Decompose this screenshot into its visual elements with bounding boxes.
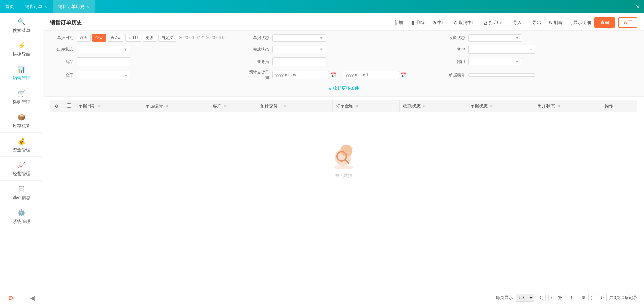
sort-customer-icon[interactable]: ⇅ bbox=[224, 104, 227, 108]
department-select[interactable]: ▼ bbox=[468, 58, 522, 65]
page-size-select[interactable]: 50 100 200 bbox=[516, 294, 534, 302]
complete-select[interactable]: ▼ bbox=[272, 46, 326, 53]
export-button[interactable]: ↑ 导出 bbox=[527, 18, 543, 27]
last-page-button[interactable]: ⟩⟩ bbox=[598, 294, 607, 301]
tab-sales-order-close[interactable]: ✕ bbox=[44, 5, 47, 9]
empty-text: 暂无数据 bbox=[335, 173, 352, 179]
tab-sales-history[interactable]: 销售订单历史 ✕ bbox=[53, 0, 95, 13]
minimize-icon[interactable]: — bbox=[621, 4, 627, 10]
th-checkbox[interactable] bbox=[63, 100, 75, 112]
sort-order-status-icon[interactable]: ⇅ bbox=[490, 104, 493, 108]
sidebar-item-basic-info[interactable]: 📋 基础信息 bbox=[0, 181, 43, 204]
stop-icon: ⊘ bbox=[432, 20, 436, 25]
prev-page-button[interactable]: ⟨ bbox=[548, 294, 555, 301]
calendar-to-icon[interactable]: 📅 bbox=[400, 72, 406, 78]
th-amount-label: 订单金额 bbox=[336, 103, 353, 108]
sort-expected-date-icon[interactable]: ⇅ bbox=[284, 104, 287, 108]
sort-amount-icon[interactable]: ⇅ bbox=[355, 104, 358, 108]
capital-mgmt-icon: 💰 bbox=[18, 138, 25, 145]
date-btn-7days[interactable]: 近7天 bbox=[108, 34, 124, 42]
refresh-button[interactable]: ↻ 刷新 bbox=[547, 18, 564, 27]
collapse-button[interactable]: ∧ 收起更多条件 bbox=[50, 84, 637, 93]
customer-ellipsis-icon[interactable]: ··· bbox=[528, 47, 532, 52]
date-btn-today[interactable]: 今天 bbox=[92, 34, 106, 42]
show-detail-checkbox[interactable] bbox=[568, 21, 572, 25]
sidebar-item-capital-mgmt[interactable]: 💰 资金管理 bbox=[0, 133, 43, 157]
cancel-stop-button[interactable]: ⊘ 取消中止 bbox=[452, 18, 478, 27]
next-page-button[interactable]: ⟩ bbox=[588, 294, 595, 301]
th-date-label: 单据日期 bbox=[78, 103, 96, 108]
warehouse-out-select[interactable]: ▼ bbox=[77, 46, 130, 53]
salesman-select[interactable]: ··· bbox=[272, 57, 326, 66]
sidebar-item-search-menu[interactable]: 🔍 搜索菜单 bbox=[0, 13, 43, 37]
th-settings[interactable]: ⚙ bbox=[50, 100, 63, 112]
sort-warehouse-status-icon[interactable]: ⇅ bbox=[557, 104, 560, 108]
warehouse-select[interactable]: ··· bbox=[77, 71, 130, 79]
first-page-button[interactable]: ⟨⟨ bbox=[537, 294, 546, 301]
sidebar-collapse-icon[interactable]: ◀ bbox=[30, 294, 35, 302]
import-button[interactable]: ↓ 导入 bbox=[508, 18, 524, 27]
sidebar-item-quick-nav[interactable]: ⚡ 快捷导航 bbox=[0, 37, 43, 61]
delete-button[interactable]: 🗑 删除 bbox=[409, 18, 427, 27]
sidebar-item-purchase-mgmt[interactable]: 🛒 采购管理 bbox=[0, 85, 43, 109]
tab-sales-order[interactable]: 销售订单 ✕ bbox=[19, 0, 53, 13]
tab-sales-order-label: 销售订单 bbox=[25, 4, 42, 10]
sidebar-item-search-menu-label: 搜索菜单 bbox=[13, 28, 30, 34]
order-no-label: 单据编号 bbox=[441, 72, 468, 78]
sidebar-item-inventory[interactable]: 📦 库存核算 bbox=[0, 109, 43, 133]
product-ellipsis-icon[interactable]: ··· bbox=[123, 59, 127, 64]
sort-date-icon[interactable]: ⇅ bbox=[98, 104, 101, 108]
basic-info-icon: 📋 bbox=[18, 185, 25, 193]
date-label: 单据日期 bbox=[50, 35, 77, 41]
close-window-icon[interactable]: ✕ bbox=[636, 4, 640, 10]
tab-home[interactable]: 首页 bbox=[0, 0, 19, 13]
select-all-checkbox[interactable] bbox=[67, 103, 71, 108]
collapse-up-icon: ∧ bbox=[328, 86, 332, 91]
stop-button[interactable]: ⊘ 中止 bbox=[430, 18, 448, 27]
department-arrow-icon: ▼ bbox=[515, 60, 519, 64]
status-select[interactable]: ▼ bbox=[272, 34, 326, 42]
page-number-input[interactable] bbox=[565, 294, 578, 301]
filter-row-4: 仓库 ··· 预计交货日期 📅 — 📅 单据编号 bbox=[50, 69, 637, 81]
table-settings-icon[interactable]: ⚙ bbox=[55, 104, 59, 109]
print-button[interactable]: 🖨 打印 ▼ bbox=[481, 18, 504, 27]
sidebar-item-sales-mgmt-label: 销售管理 bbox=[13, 75, 30, 81]
tab-sales-history-close[interactable]: ✕ bbox=[86, 5, 89, 9]
new-button[interactable]: + 新增 bbox=[389, 18, 405, 27]
warehouse-filter-control: ··· bbox=[77, 71, 239, 79]
expected-date-from-input[interactable] bbox=[272, 71, 329, 79]
sidebar-item-operation-mgmt[interactable]: 📈 经营管理 bbox=[0, 157, 43, 181]
date-btn-yesterday[interactable]: 昨天 bbox=[77, 34, 91, 42]
page-label-before: 第 bbox=[558, 295, 562, 301]
payment-select[interactable]: ▼ bbox=[468, 34, 522, 42]
th-expected-date-label: 预计交货... bbox=[260, 103, 282, 108]
calendar-from-icon[interactable]: 📅 bbox=[330, 72, 336, 78]
page-title: 销售订单历史 bbox=[50, 19, 82, 26]
stop-label: 中止 bbox=[437, 20, 446, 26]
th-order-no-label: 单据编号 bbox=[145, 103, 163, 108]
sort-order-no-icon[interactable]: ⇅ bbox=[165, 104, 168, 108]
date-btn-more[interactable]: 更多 bbox=[143, 34, 157, 42]
sidebar-item-sys-mgmt[interactable]: ⚙️ 系统管理 bbox=[0, 204, 43, 228]
date-btn-1month[interactable]: 近1月 bbox=[125, 34, 142, 42]
sys-mgmt-icon: ⚙️ bbox=[18, 209, 25, 217]
operation-mgmt-icon: 📈 bbox=[18, 161, 25, 169]
delete-label: 删除 bbox=[416, 20, 425, 26]
complete-label: 完成状态 bbox=[246, 47, 272, 52]
settings-button[interactable]: 设置 bbox=[618, 17, 637, 28]
sales-mgmt-icon: 📊 bbox=[18, 66, 25, 73]
order-no-input[interactable] bbox=[468, 73, 535, 77]
expected-date-to-input[interactable] bbox=[343, 71, 399, 79]
sidebar-item-sales-mgmt[interactable]: 📊 销售管理 bbox=[0, 61, 43, 85]
sort-payment-status-icon[interactable]: ⇅ bbox=[423, 104, 426, 108]
product-select[interactable]: ··· bbox=[77, 57, 130, 66]
date-btn-custom[interactable]: 自定义 bbox=[158, 34, 176, 42]
query-button[interactable]: 查询 bbox=[594, 17, 615, 28]
warehouse-out-label: 出库状态 bbox=[50, 47, 77, 52]
customer-select[interactable]: ··· bbox=[468, 45, 535, 54]
expected-date-filter-control[interactable]: 📅 — 📅 bbox=[272, 71, 435, 79]
maximize-icon[interactable]: □ bbox=[630, 4, 633, 10]
sidebar-settings-icon[interactable]: ⚙ bbox=[8, 294, 13, 302]
warehouse-ellipsis-icon[interactable]: ··· bbox=[123, 72, 127, 78]
salesman-ellipsis-icon[interactable]: ··· bbox=[319, 59, 323, 64]
